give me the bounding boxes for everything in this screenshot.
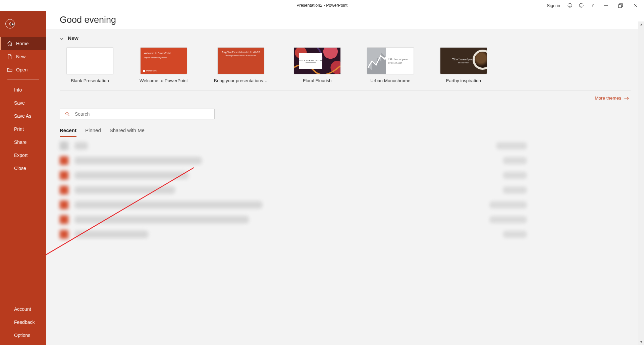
template-label: Bring your presentations to...: [214, 78, 268, 83]
sidebar-item-label: Export: [14, 153, 28, 158]
template-thumb: Bring Your Presentations to Life with 3D…: [217, 47, 264, 74]
sidebar-item-label: New: [16, 54, 25, 59]
more-themes-link[interactable]: More themes: [595, 96, 629, 101]
sidebar-item-label: Feedback: [14, 320, 35, 325]
sidebar-item-info[interactable]: Info: [0, 83, 46, 96]
svg-point-2: [570, 5, 571, 5]
restore-button[interactable]: [614, 0, 627, 11]
divider: [7, 79, 39, 80]
sidebar-item-new[interactable]: New: [0, 50, 46, 63]
close-button[interactable]: [629, 0, 642, 11]
svg-point-3: [579, 3, 583, 7]
sidebar-item-print[interactable]: Print: [0, 122, 46, 135]
template-label: Blank Presentation: [71, 78, 109, 83]
main-scroll-area: New Blank Presentation Welcome to PowerP…: [46, 29, 644, 345]
template-thumb: Title Lorem Ipsum Sit Dolor Amet: [440, 47, 487, 74]
signin-link[interactable]: Sign in: [543, 3, 564, 8]
tab-recent[interactable]: Recent: [60, 127, 76, 137]
divider: [7, 299, 39, 299]
sidebar-item-label: Info: [14, 87, 22, 93]
templates-row: Blank Presentation Welcome to PowerPoint…: [60, 47, 631, 91]
content: Good evening New Blank Presentation Welc…: [46, 11, 644, 345]
sidebar-item-label: Close: [14, 166, 26, 171]
sidebar-item-label: Account: [14, 306, 31, 312]
template-welcome[interactable]: Welcome to PowerPoint 5 tips for a simpl…: [140, 47, 188, 83]
sidebar-item-open[interactable]: Open: [0, 63, 46, 76]
svg-point-4: [580, 5, 581, 5]
more-themes-label: More themes: [595, 96, 621, 101]
vertical-scrollbar[interactable]: [638, 21, 644, 345]
svg-point-1: [569, 5, 569, 5]
sidebar-item-export[interactable]: Export: [0, 149, 46, 162]
template-label: Welcome to PowerPoint: [140, 78, 188, 83]
back-button[interactable]: [5, 19, 15, 28]
sidebar-item-save-as[interactable]: Save As: [0, 109, 46, 122]
template-thumb: Title Lorem Ipsum SIT DOLOR AMET: [367, 47, 414, 74]
sidebar-item-save[interactable]: Save: [0, 96, 46, 109]
arrow-right-icon: [624, 96, 629, 100]
sidebar-item-share[interactable]: Share: [0, 135, 46, 149]
template-label: Urban Monochrome: [370, 78, 410, 83]
template-thumb: Welcome to PowerPoint 5 tips for a simpl…: [140, 47, 187, 74]
sidebar-item-label: Save As: [14, 113, 31, 119]
smile-icon[interactable]: [565, 0, 575, 11]
recent-list-blurred: [60, 141, 631, 239]
svg-line-19: [68, 115, 69, 116]
recent-tabs: Recent Pinned Shared with Me: [60, 127, 631, 137]
template-urban[interactable]: Title Lorem Ipsum SIT DOLOR AMET Urban M…: [367, 47, 414, 83]
search-input[interactable]: [75, 111, 210, 117]
sidebar-item-label: Options: [14, 333, 30, 338]
chevron-down-icon: [60, 36, 64, 40]
template-label: Earthy inspiration: [446, 78, 481, 83]
sidebar-item-feedback[interactable]: Feedback: [0, 315, 46, 329]
template-floral[interactable]: TITLE LOREM IPSUM Floral Flourish: [294, 47, 341, 83]
scroll-down-icon[interactable]: [638, 339, 644, 345]
file-icon: [7, 54, 13, 60]
svg-point-0: [568, 3, 572, 7]
template-thumb: [66, 47, 113, 74]
template-thumb: TITLE LOREM IPSUM: [294, 47, 341, 74]
svg-point-6: [592, 6, 593, 7]
help-icon[interactable]: [588, 0, 598, 11]
window-title: Presentation2 - PowerPoint: [297, 3, 347, 8]
sidebar-item-home[interactable]: Home: [0, 37, 46, 50]
sidebar-item-label: Open: [16, 67, 28, 72]
tab-pinned[interactable]: Pinned: [85, 127, 101, 137]
sidebar-item-close[interactable]: Close: [0, 162, 46, 175]
search-icon: [65, 111, 70, 117]
frown-icon[interactable]: [576, 0, 586, 11]
sidebar-item-label: Home: [16, 41, 29, 46]
svg-point-5: [582, 5, 582, 5]
svg-rect-9: [619, 5, 622, 8]
scroll-up-icon[interactable]: [638, 21, 644, 27]
back-region: [0, 11, 46, 37]
template-label: Floral Flourish: [303, 78, 332, 83]
search-box[interactable]: [60, 109, 215, 119]
minimize-button[interactable]: [599, 0, 612, 11]
sidebar-item-account[interactable]: Account: [0, 302, 46, 315]
home-icon: [7, 41, 13, 47]
template-bring-3d[interactable]: Bring Your Presentations to Life with 3D…: [214, 47, 268, 83]
sidebar-item-label: Save: [14, 100, 25, 106]
sidebar-item-options[interactable]: Options: [0, 329, 46, 342]
page-title: Good evening: [60, 15, 631, 25]
sidebar-item-label: Print: [14, 126, 24, 132]
tab-shared[interactable]: Shared with Me: [110, 127, 145, 137]
new-section-toggle[interactable]: New: [60, 35, 631, 41]
titlebar: Presentation2 - PowerPoint Sign in: [0, 0, 644, 11]
folder-icon: [7, 67, 13, 73]
sidebar: Home New Open Info Save Save As Print Sh…: [0, 11, 46, 345]
template-blank[interactable]: Blank Presentation: [66, 47, 113, 83]
svg-point-18: [66, 112, 68, 115]
template-earthy[interactable]: Title Lorem Ipsum Sit Dolor Amet Earthy …: [440, 47, 487, 83]
section-title: New: [68, 35, 78, 41]
sidebar-item-label: Share: [14, 139, 26, 145]
